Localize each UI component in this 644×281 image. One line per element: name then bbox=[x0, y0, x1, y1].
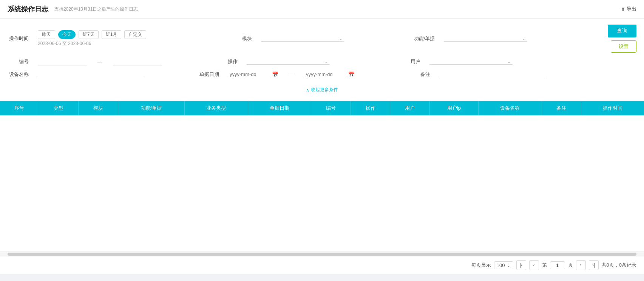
collapse-label: 收起更多条件 bbox=[311, 87, 338, 93]
page-last-button[interactable]: ›| bbox=[589, 260, 599, 270]
col-biz-type: 业务类型 bbox=[185, 101, 248, 115]
per-page-value: 100 bbox=[497, 262, 505, 268]
time-options: 昨天 今天 近7天 近1月 自定义 bbox=[38, 30, 146, 39]
device-label: 设备名称 bbox=[8, 71, 29, 78]
total-info: 共0页，0条记录 bbox=[602, 262, 636, 269]
data-table: 序号 类型 模块 功能/单据 业务类型 单据日期 编号 操作 用户 用户ip 设… bbox=[0, 101, 644, 115]
number-dash: — bbox=[96, 59, 104, 65]
function-label: 功能/单据 bbox=[414, 35, 435, 42]
col-user: 用户 bbox=[390, 101, 429, 115]
empty-area bbox=[0, 115, 644, 252]
calendar-from-icon[interactable]: 📅 bbox=[272, 71, 278, 78]
function-select-value bbox=[444, 38, 520, 39]
pagination-bar: 每页显示 100 ⌄ |‹ ‹ 第 页 › ›| 共0页，0条记录 bbox=[0, 256, 644, 274]
function-select[interactable]: ⌄ bbox=[444, 36, 527, 42]
table-section: 序号 类型 模块 功能/单据 业务类型 单据日期 编号 操作 用户 用户ip 设… bbox=[0, 101, 644, 252]
page-prev-button[interactable]: ‹ bbox=[529, 260, 539, 270]
col-function: 功能/单据 bbox=[118, 101, 184, 115]
user-label: 用户 bbox=[399, 58, 420, 65]
page-next-button[interactable]: › bbox=[576, 260, 586, 270]
operation-chevron-icon: ⌄ bbox=[323, 59, 330, 64]
per-page-chevron-icon: ⌄ bbox=[507, 262, 511, 268]
function-chevron-icon: ⌄ bbox=[520, 36, 527, 41]
remark-label: 备注 bbox=[409, 71, 430, 78]
filter-section: 操作时间 昨天 今天 近7天 近1月 自定义 2023-06-06 至 2023… bbox=[0, 19, 644, 101]
table-header: 序号 类型 模块 功能/单据 业务类型 单据日期 编号 操作 用户 用户ip 设… bbox=[0, 101, 644, 115]
time-btn-7days[interactable]: 近7天 bbox=[79, 30, 99, 39]
page-header: 系统操作日志 支持2020年10月31日之后产生的操作日志 ⬆ 导出 bbox=[0, 0, 644, 19]
remark-input[interactable] bbox=[439, 71, 545, 78]
collapse-chevron-icon: ∧ bbox=[306, 87, 309, 93]
operation-select-value bbox=[247, 61, 323, 62]
page-subtitle: 支持2020年10月31日之后产生的操作日志 bbox=[54, 6, 138, 12]
per-page-label: 每页显示 bbox=[471, 262, 491, 269]
filter-row-2: 编号 — 操作 ⌄ 用户 ⌄ bbox=[8, 58, 636, 65]
horizontal-scrollbar[interactable] bbox=[0, 252, 644, 256]
time-range-text: 2023-06-06 至 2023-06-06 bbox=[38, 40, 146, 47]
operation-select[interactable]: ⌄ bbox=[247, 59, 330, 65]
date-to-input[interactable] bbox=[304, 71, 346, 78]
user-select-value bbox=[429, 61, 506, 62]
settings-button[interactable]: 设置 bbox=[611, 40, 636, 53]
filter-row-1: 操作时间 昨天 今天 近7天 近1月 自定义 2023-06-06 至 2023… bbox=[8, 25, 636, 53]
doc-date-label: 单据日期 bbox=[198, 71, 219, 78]
col-operation: 操作 bbox=[351, 101, 390, 115]
page-number-input[interactable] bbox=[550, 261, 565, 269]
time-btn-custom[interactable]: 自定义 bbox=[124, 30, 146, 39]
page-suffix: 页 bbox=[568, 262, 573, 269]
col-doc-date: 单据日期 bbox=[248, 101, 311, 115]
user-chevron-icon: ⌄ bbox=[506, 59, 513, 64]
date-from-wrapper: 📅 bbox=[228, 71, 278, 78]
number-to-input[interactable] bbox=[113, 58, 162, 65]
col-number: 编号 bbox=[311, 101, 351, 115]
col-remark: 备注 bbox=[542, 101, 581, 115]
time-filter-group: 昨天 今天 近7天 近1月 自定义 2023-06-06 至 2023-06-0… bbox=[38, 30, 146, 47]
module-label: 模块 bbox=[231, 35, 252, 42]
time-btn-1month[interactable]: 近1月 bbox=[102, 30, 122, 39]
table-header-row: 序号 类型 模块 功能/单据 业务类型 单据日期 编号 操作 用户 用户ip 设… bbox=[0, 101, 644, 115]
module-chevron-icon: ⌄ bbox=[337, 36, 344, 41]
date-dash: — bbox=[287, 72, 295, 78]
module-select-value bbox=[261, 38, 337, 39]
page-label: 第 bbox=[542, 262, 547, 269]
time-btn-yesterday[interactable]: 昨天 bbox=[38, 30, 55, 39]
number-from-input[interactable] bbox=[38, 58, 87, 65]
date-to-wrapper: 📅 bbox=[304, 71, 355, 78]
action-buttons: 查询 设置 bbox=[608, 25, 636, 53]
page-first-button[interactable]: |‹ bbox=[516, 260, 526, 270]
number-label: 编号 bbox=[8, 58, 29, 65]
time-btn-today[interactable]: 今天 bbox=[58, 30, 76, 39]
operation-label: 操作 bbox=[216, 58, 238, 65]
time-label: 操作时间 bbox=[8, 35, 29, 42]
col-seq: 序号 bbox=[0, 101, 39, 115]
export-icon: ⬆ bbox=[621, 6, 625, 12]
calendar-to-icon[interactable]: 📅 bbox=[348, 71, 355, 78]
query-button[interactable]: 查询 bbox=[608, 25, 636, 37]
device-input[interactable] bbox=[38, 71, 144, 78]
filter-row-3: 设备名称 单据日期 📅 — 📅 备注 bbox=[8, 71, 636, 78]
module-select[interactable]: ⌄ bbox=[261, 36, 344, 42]
scrollbar-thumb[interactable] bbox=[8, 253, 636, 256]
per-page-select[interactable]: 100 ⌄ bbox=[494, 261, 513, 269]
col-module: 模块 bbox=[79, 101, 118, 115]
col-op-time: 操作时间 bbox=[581, 101, 644, 115]
date-from-input[interactable] bbox=[228, 71, 270, 78]
export-button[interactable]: ⬆ 导出 bbox=[621, 6, 636, 12]
collapse-bar[interactable]: ∧ 收起更多条件 bbox=[8, 84, 636, 95]
col-type: 类型 bbox=[39, 101, 78, 115]
user-select[interactable]: ⌄ bbox=[429, 59, 513, 65]
col-user-ip: 用户ip bbox=[429, 101, 478, 115]
col-device: 设备名称 bbox=[478, 101, 542, 115]
page-title: 系统操作日志 bbox=[8, 5, 48, 14]
